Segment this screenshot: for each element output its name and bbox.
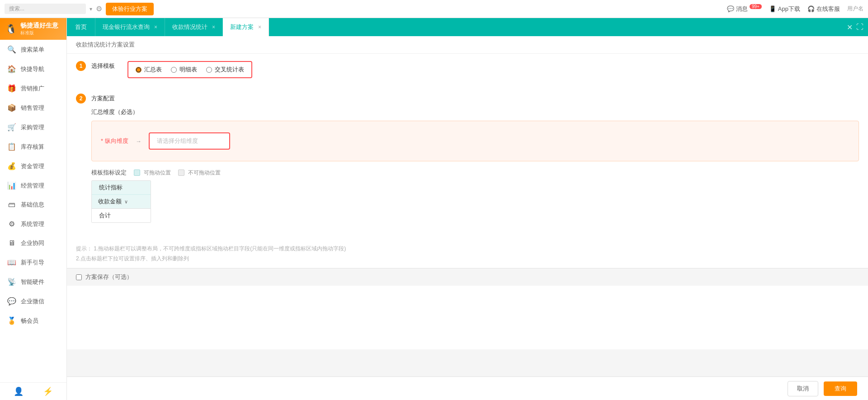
radio-crosstab[interactable] bbox=[206, 67, 212, 73]
step1-badge: 1 bbox=[76, 61, 86, 71]
sidebar-item-operations[interactable]: 📊 经营管理 bbox=[0, 176, 66, 195]
indicator-header: 模板指标设定 可拖动位置 不可拖动位置 bbox=[91, 169, 859, 177]
sidebar-item-search-menu[interactable]: 🔍 搜索菜单 bbox=[0, 40, 66, 59]
indicator-title: 模板指标设定 bbox=[91, 169, 127, 177]
tips-section: 提示： 1.拖动标题栏可以调整布局，不可跨维度或指标区域拖动栏目字段(只能在同一… bbox=[67, 240, 868, 268]
step2-label: 方案配置 bbox=[91, 94, 852, 103]
finance-icon: 💰 bbox=[7, 162, 16, 170]
logo-text: 畅捷通好生意 bbox=[20, 22, 58, 30]
tab-receipt-stat-close[interactable]: × bbox=[212, 24, 215, 30]
step2-row: 2 方案配置 汇总维度（必选） * 纵向维度 → 请选择分组维度 bbox=[76, 94, 859, 224]
legend-fixed-box bbox=[178, 169, 184, 176]
sidebar-label-smart-hw: 智能硬件 bbox=[21, 278, 44, 286]
indicator-cell-dropdown-icon[interactable]: ∨ bbox=[124, 199, 128, 205]
option-summary-label: 汇总表 bbox=[144, 66, 162, 74]
top-bar-left: 搜索... ▾ ⚙ 体验行业方案 bbox=[5, 3, 723, 15]
top-bar: 搜索... ▾ ⚙ 体验行业方案 💬 消息 99+ 📱 App下载 🎧 在线客服… bbox=[0, 0, 868, 18]
industry-plan-button[interactable]: 体验行业方案 bbox=[106, 3, 154, 15]
sidebar-label-inventory: 库存核算 bbox=[21, 143, 44, 151]
step2-content: 方案配置 汇总维度（必选） * 纵向维度 → 请选择分组维度 bbox=[91, 94, 859, 224]
message-badge: 99+ bbox=[750, 4, 762, 9]
tab-bar: 首页 现金银行流水查询 × 收款情况统计 × 新建方案 × ✕ ⛶ bbox=[67, 18, 868, 36]
indicator-total: 合计 bbox=[92, 208, 151, 222]
collab-icon: 🖥 bbox=[7, 239, 16, 247]
message-label: 消息 bbox=[736, 5, 748, 13]
content-area: 首页 现金银行流水查询 × 收款情况统计 × 新建方案 × ✕ ⛶ 收款情况统 bbox=[67, 18, 868, 400]
tab-new-plan[interactable]: 新建方案 × bbox=[223, 18, 269, 36]
cancel-button[interactable]: 取消 bbox=[788, 381, 818, 396]
radio-summary[interactable] bbox=[136, 67, 142, 73]
save-plan-checkbox[interactable] bbox=[76, 274, 82, 280]
tab-home[interactable]: 首页 bbox=[67, 18, 95, 36]
dim-selector[interactable]: 请选择分组维度 bbox=[149, 132, 230, 150]
tab-expand-icon[interactable]: ⛶ bbox=[856, 23, 863, 31]
tab-receipt-stat[interactable]: 收款情况统计 × bbox=[165, 18, 223, 36]
tab-bank-flow-label: 现金银行流水查询 bbox=[103, 23, 150, 31]
guide-icon: 📖 bbox=[7, 258, 16, 267]
message-item[interactable]: 💬 消息 99+ bbox=[727, 5, 762, 13]
template-options: 汇总表 明细表 交叉统计表 bbox=[127, 61, 252, 78]
main-layout: 🐧 畅捷通好生意 标准版 🔍 搜索菜单 🏠 快捷导航 🎁 营销推广 📦 销售管理… bbox=[0, 18, 868, 400]
online-support-item[interactable]: 🎧 在线客服 bbox=[807, 5, 840, 13]
radio-detail[interactable] bbox=[171, 67, 177, 73]
option-summary[interactable]: 汇总表 bbox=[136, 66, 162, 74]
sidebar-label-corp-collab: 企业协同 bbox=[21, 239, 44, 247]
page-content: 收款情况统计方案设置 1 选择模板 汇总表 bbox=[67, 36, 868, 376]
indicator-section: 模板指标设定 可拖动位置 不可拖动位置 bbox=[91, 169, 859, 224]
indicator-cell-label: 收款金额 bbox=[98, 198, 122, 206]
gift-icon: 🎁 bbox=[7, 84, 16, 93]
tab-receipt-stat-label: 收款情况统计 bbox=[172, 23, 208, 31]
sidebar-item-marketing[interactable]: 🎁 营销推广 bbox=[0, 79, 66, 98]
sidebar-item-basic-info[interactable]: 🗃 基础信息 bbox=[0, 195, 66, 214]
option-crosstab[interactable]: 交叉统计表 bbox=[206, 66, 244, 74]
sidebar-item-purchase[interactable]: 🛒 采购管理 bbox=[0, 118, 66, 137]
sales-icon: 📦 bbox=[7, 104, 16, 112]
gear-icon[interactable]: ⚙ bbox=[96, 5, 102, 13]
sidebar-item-member[interactable]: 🏅 畅会员 bbox=[0, 311, 66, 330]
bottom-action-bar: 取消 查询 bbox=[67, 376, 868, 400]
sidebar-label-guide: 新手引导 bbox=[21, 259, 44, 267]
sidebar-item-inventory[interactable]: 📋 库存核算 bbox=[0, 137, 66, 156]
tab-new-plan-close[interactable]: × bbox=[258, 24, 261, 30]
sidebar-item-system[interactable]: ⚙ 系统管理 bbox=[0, 214, 66, 234]
indicator-table: 统计指标 收款金额 ∨ 合计 bbox=[91, 180, 151, 223]
indicator-cell[interactable]: 收款金额 ∨ bbox=[92, 194, 151, 208]
search-box[interactable]: 搜索... bbox=[5, 4, 86, 14]
sidebar-item-smart-hw[interactable]: 📡 智能硬件 bbox=[0, 272, 66, 292]
sidebar-item-quick-nav[interactable]: 🏠 快捷导航 bbox=[0, 59, 66, 79]
option-detail[interactable]: 明细表 bbox=[171, 66, 197, 74]
dropdown-arrow-icon[interactable]: ▾ bbox=[90, 6, 92, 12]
app-icon: 📱 bbox=[769, 5, 776, 12]
step1-label: 选择模板 bbox=[91, 62, 115, 70]
sidebar-item-finance[interactable]: 💰 资金管理 bbox=[0, 156, 66, 176]
home-icon: 🏠 bbox=[7, 65, 16, 73]
sidebar-bottom-icon-left[interactable]: 👤 bbox=[14, 386, 24, 396]
sidebar-item-guide[interactable]: 📖 新手引导 bbox=[0, 253, 66, 272]
sidebar-label-basic-info: 基础信息 bbox=[21, 201, 44, 209]
app-download-label: App下载 bbox=[778, 5, 800, 13]
tab-bank-flow-close[interactable]: × bbox=[154, 24, 157, 30]
app-download-item[interactable]: 📱 App下载 bbox=[769, 5, 800, 13]
sidebar-item-sales[interactable]: 📦 销售管理 bbox=[0, 98, 66, 118]
operations-icon: 📊 bbox=[7, 181, 16, 190]
option-detail-label: 明细表 bbox=[179, 66, 197, 74]
legend-draggable-label: 可拖动位置 bbox=[144, 169, 171, 177]
sidebar-bottom-icon-right[interactable]: ⚡ bbox=[43, 386, 53, 396]
basic-info-icon: 🗃 bbox=[7, 201, 16, 209]
tab-window-close-icon[interactable]: ✕ bbox=[847, 23, 853, 32]
user-label: 用户名 bbox=[847, 5, 863, 13]
tips-line2: 2.点击标题栏下拉可设置排序、插入列和删除列 bbox=[76, 254, 859, 264]
sidebar-item-corp-wechat[interactable]: 💬 企业微信 bbox=[0, 292, 66, 311]
step2-section: 2 方案配置 汇总维度（必选） * 纵向维度 → 请选择分组维度 bbox=[67, 94, 868, 240]
step2-badge: 2 bbox=[76, 94, 86, 104]
sidebar-label-operations: 经营管理 bbox=[21, 182, 44, 190]
purchase-icon: 🛒 bbox=[7, 123, 16, 132]
tab-bank-flow[interactable]: 现金银行流水查询 × bbox=[95, 18, 165, 36]
query-button[interactable]: 查询 bbox=[824, 381, 857, 396]
sidebar-logo: 🐧 畅捷通好生意 标准版 bbox=[0, 18, 66, 40]
tab-bar-right: ✕ ⛶ bbox=[847, 23, 868, 32]
option-crosstab-label: 交叉统计表 bbox=[215, 66, 244, 74]
user-item[interactable]: 用户名 bbox=[847, 5, 863, 13]
wechat-icon: 💬 bbox=[7, 297, 16, 306]
sidebar-item-corp-collab[interactable]: 🖥 企业协同 bbox=[0, 234, 66, 253]
